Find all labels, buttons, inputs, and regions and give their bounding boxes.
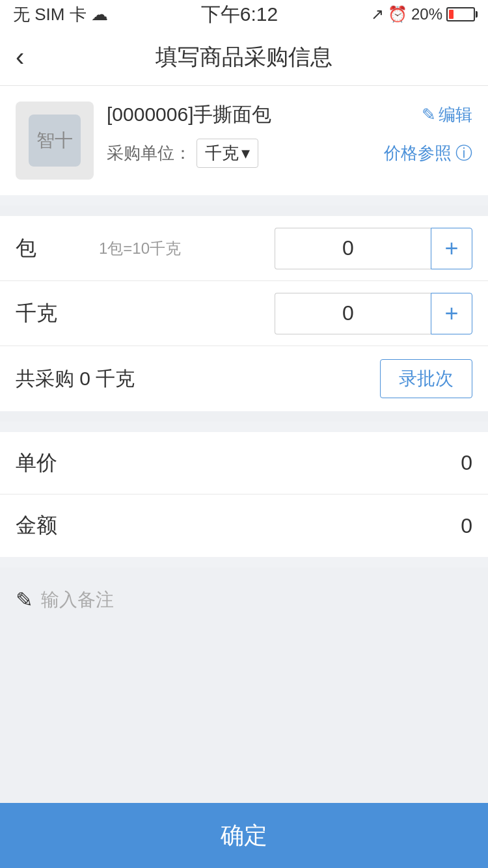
logo-text: 智十 [36,128,73,153]
kg-input-row: 千克 + [0,281,488,346]
summary-row: 共采购 0 千克 录批次 [0,346,488,411]
spacer [0,632,488,803]
unit-label: 采购单位： 千克 ▾ [107,139,258,168]
kg-quantity-input[interactable] [275,293,431,334]
bag-plus-button[interactable]: + [431,228,472,269]
confirm-button[interactable]: 确定 [0,803,488,868]
price-ref-button[interactable]: 价格参照 ⓘ [384,142,472,165]
bag-label: 包 [16,234,94,263]
info-section: 单价 0 金额 0 [0,432,488,557]
unit-value: 千克 [205,142,239,165]
amount-row: 金额 0 [0,495,488,557]
edit-icon: ✎ [422,105,436,125]
product-card: 智十 [0000006]手撕面包 ✎ 编辑 采购单位： 千克 ▾ [0,86,488,195]
product-name: [0000006]手撕面包 [107,102,271,128]
product-image: 智十 [16,102,94,180]
unit-price-label: 单价 [16,449,57,478]
price-ref-help-icon: ⓘ [455,142,472,165]
amount-value: 0 [461,514,472,538]
product-logo: 智十 [29,115,81,167]
bag-quantity-input[interactable] [275,228,431,269]
product-bottom-row: 采购单位： 千克 ▾ 价格参照 ⓘ [107,139,472,168]
battery-text: 20% [411,5,442,23]
bag-input-row: 包 1包=10千克 + [0,216,488,281]
no-sim-text: 无 SIM 卡 ☁ [13,3,108,26]
product-info: [0000006]手撕面包 ✎ 编辑 采购单位： 千克 ▾ 价格参照 ⓘ [107,102,472,168]
amount-label: 金额 [16,511,57,540]
note-section[interactable]: ✎ 输入备注 [0,567,488,632]
bag-input-right: + [275,228,472,269]
bag-sublabel: 1包=10千克 [99,238,181,259]
edit-button[interactable]: ✎ 编辑 [422,103,472,126]
unit-dropdown-icon: ▾ [241,143,250,163]
status-time: 下午6:12 [201,1,278,28]
status-right: ↗ ⏰ 20% [371,5,475,23]
battery-icon [446,7,475,21]
divider-2 [0,411,488,422]
product-top-row: [0000006]手撕面包 ✎ 编辑 [107,102,472,128]
kg-input-right: + [275,293,472,334]
status-left: 无 SIM 卡 ☁ [13,3,108,26]
status-bar: 无 SIM 卡 ☁ 下午6:12 ↗ ⏰ 20% [0,0,488,29]
divider-1 [0,206,488,216]
back-chevron-icon: ‹ [16,42,24,72]
back-button[interactable]: ‹ [16,42,24,72]
price-ref-label: 价格参照 [384,142,452,165]
edit-label: 编辑 [439,103,472,126]
header: ‹ 填写商品采购信息 [0,29,488,86]
unit-price-row: 单价 0 [0,432,488,495]
unit-prefix: 采购单位： [107,142,191,165]
input-section: 包 1包=10千克 + 千克 + 共采购 0 千克 录批次 [0,216,488,411]
pencil-icon: ✎ [16,588,33,612]
unit-price-value: 0 [461,451,472,475]
unit-select[interactable]: 千克 ▾ [197,139,258,168]
alarm-icon: ⏰ [388,5,407,23]
page-title: 填写商品采购信息 [156,42,332,72]
main-content: 智十 [0000006]手撕面包 ✎ 编辑 采购单位： 千克 ▾ [0,86,488,803]
location-icon: ↗ [371,5,384,23]
summary-text: 共采购 0 千克 [16,366,135,392]
note-placeholder: 输入备注 [41,588,114,612]
kg-label: 千克 [16,299,94,328]
kg-plus-button[interactable]: + [431,293,472,334]
record-batch-button[interactable]: 录批次 [380,359,472,398]
